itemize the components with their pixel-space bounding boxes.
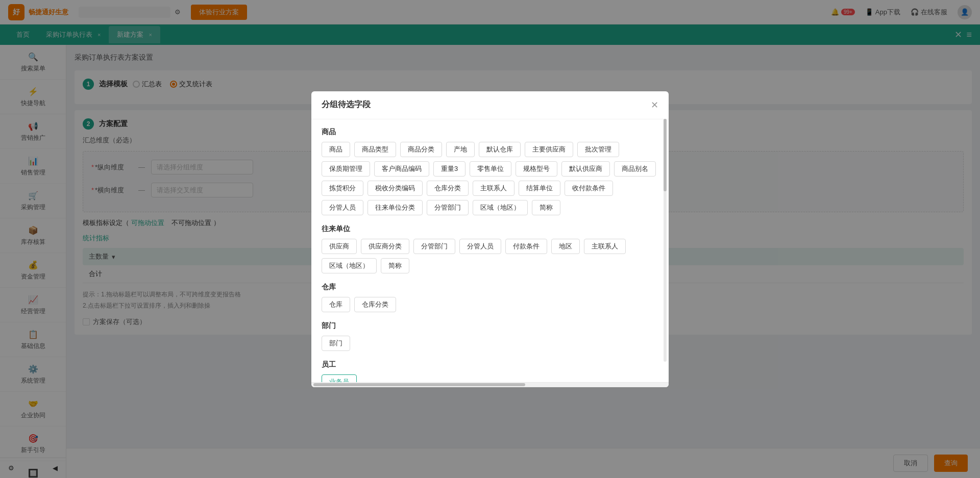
- field-tag[interactable]: 供应商: [322, 239, 357, 254]
- field-tag[interactable]: 商品分类: [400, 142, 442, 157]
- modal-header: 分组待选字段 ✕: [311, 91, 669, 119]
- field-tag[interactable]: 客户商品编码: [374, 161, 429, 177]
- field-tag[interactable]: 主联系人: [473, 181, 514, 196]
- field-tag[interactable]: 分管人员: [322, 200, 363, 215]
- field-section-employee: 员工 业务员: [322, 360, 658, 383]
- modal-overlay[interactable]: 分组待选字段 ✕ 商品 商品 商品类型 商品分类 产地 默认仓库 主要供应商 批…: [0, 0, 980, 478]
- field-tag[interactable]: 默认供应商: [561, 161, 610, 177]
- employee-field-tags: 业务员: [322, 374, 658, 383]
- field-tag[interactable]: 区域（地区）: [473, 200, 528, 215]
- field-section-counterparty: 往来单位 供应商 供应商分类 分管部门 分管人员 付款条件 地区 主联系人 区域…: [322, 224, 658, 273]
- field-section-warehouse: 仓库 仓库 仓库分类: [322, 283, 658, 312]
- field-tag[interactable]: 主要供应商: [525, 142, 573, 157]
- field-section-dept: 部门 部门: [322, 321, 658, 351]
- counterparty-section-title: 往来单位: [322, 224, 658, 234]
- warehouse-field-tags: 仓库 仓库分类: [322, 297, 658, 312]
- modal-body: 商品 商品 商品类型 商品分类 产地 默认仓库 主要供应商 批次管理 保质期管理…: [311, 119, 669, 383]
- field-tag[interactable]: 零售单位: [470, 161, 511, 177]
- field-tag[interactable]: 保质期管理: [322, 161, 370, 177]
- field-tag[interactable]: 付款条件: [505, 239, 547, 254]
- field-tag[interactable]: 批次管理: [577, 142, 619, 157]
- field-tag[interactable]: 简称: [532, 200, 560, 215]
- field-tag[interactable]: 结算单位: [519, 181, 560, 196]
- warehouse-section-title: 仓库: [322, 283, 658, 292]
- field-tag[interactable]: 分管部门: [427, 200, 469, 215]
- modal-vscroll-thumb: [664, 119, 667, 192]
- field-tag[interactable]: 分管人员: [459, 239, 501, 254]
- modal-vertical-scrollbar[interactable]: [664, 119, 667, 362]
- field-tag[interactable]: 分管部门: [413, 239, 455, 254]
- field-tag[interactable]: 商品: [322, 142, 350, 157]
- modal-title: 分组待选字段: [322, 99, 371, 110]
- modal: 分组待选字段 ✕ 商品 商品 商品类型 商品分类 产地 默认仓库 主要供应商 批…: [311, 91, 669, 387]
- field-tag[interactable]: 主联系人: [584, 239, 626, 254]
- goods-field-tags: 商品 商品类型 商品分类 产地 默认仓库 主要供应商 批次管理 保质期管理 客户…: [322, 142, 658, 215]
- modal-hscroll-thumb: [313, 383, 525, 386]
- dept-field-tags: 部门: [322, 336, 658, 351]
- field-tag[interactable]: 税收分类编码: [368, 181, 423, 196]
- field-tag[interactable]: 业务员: [322, 374, 357, 383]
- modal-close-btn[interactable]: ✕: [651, 99, 658, 111]
- field-tag[interactable]: 默认仓库: [479, 142, 521, 157]
- field-tag[interactable]: 往来单位分类: [368, 200, 423, 215]
- goods-section-title: 商品: [322, 128, 658, 137]
- modal-horizontal-scrollbar[interactable]: [311, 382, 669, 387]
- field-tag[interactable]: 商品别名: [614, 161, 656, 177]
- counterparty-field-tags: 供应商 供应商分类 分管部门 分管人员 付款条件 地区 主联系人 区域（地区） …: [322, 239, 658, 273]
- field-section-goods: 商品 商品 商品类型 商品分类 产地 默认仓库 主要供应商 批次管理 保质期管理…: [322, 128, 658, 215]
- field-tag[interactable]: 仓库: [322, 297, 350, 312]
- field-tag[interactable]: 部门: [322, 336, 350, 351]
- field-tag[interactable]: 商品类型: [354, 142, 396, 157]
- dept-section-title: 部门: [322, 321, 658, 331]
- field-tag[interactable]: 收付款条件: [565, 181, 613, 196]
- field-tag[interactable]: 重量3: [433, 161, 465, 177]
- field-tag[interactable]: 规格型号: [516, 161, 557, 177]
- field-tag[interactable]: 产地: [446, 142, 475, 157]
- field-tag[interactable]: 仓库分类: [427, 181, 469, 196]
- field-tag[interactable]: 供应商分类: [361, 239, 409, 254]
- field-tag[interactable]: 拣货积分: [322, 181, 363, 196]
- field-tag[interactable]: 简称: [381, 258, 409, 273]
- employee-section-title: 员工: [322, 360, 658, 369]
- field-tag[interactable]: 地区: [551, 239, 580, 254]
- field-tag[interactable]: 仓库分类: [354, 297, 396, 312]
- field-tag[interactable]: 区域（地区）: [322, 258, 377, 273]
